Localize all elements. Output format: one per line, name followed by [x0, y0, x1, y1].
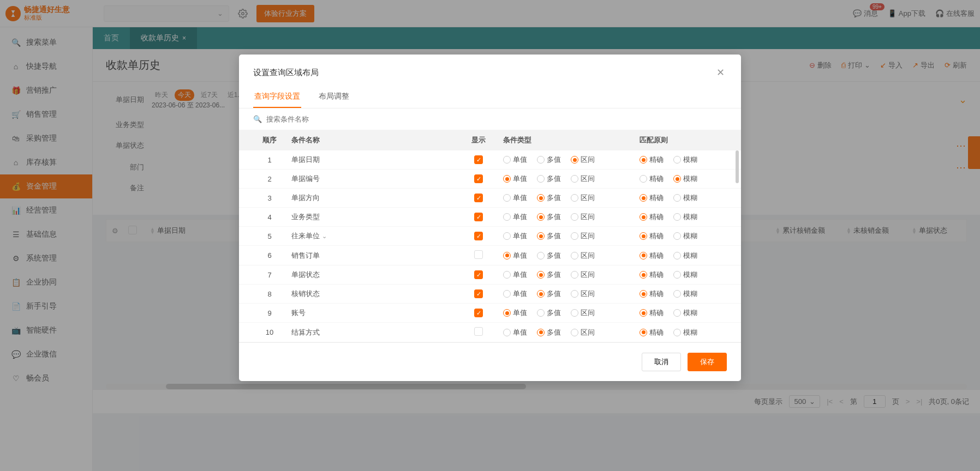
row-name: 往来单位⌄	[286, 231, 459, 241]
show-checkbox[interactable]: ✓	[474, 289, 483, 298]
radio-icon	[503, 309, 511, 317]
radio-match-exact[interactable]: 精确	[640, 251, 664, 261]
radio-match-exact[interactable]: 精确	[640, 270, 664, 280]
table-row: 4 业务类型 ✓ 单值 多值 区间 精确 模糊	[239, 208, 741, 227]
th-show: 显示	[459, 135, 498, 145]
radio-type-single[interactable]: 单值	[503, 193, 527, 203]
radio-match-fuzzy[interactable]: 模糊	[673, 193, 697, 203]
vertical-scrollbar[interactable]	[736, 150, 739, 183]
radio-icon	[640, 194, 647, 202]
radio-type-multi[interactable]: 多值	[537, 231, 561, 241]
chevron-down-icon[interactable]: ⌄	[322, 233, 327, 239]
radio-match-exact[interactable]: 精确	[640, 174, 664, 184]
radio-match-fuzzy[interactable]: 模糊	[673, 308, 697, 318]
radio-type-single[interactable]: 单值	[503, 328, 527, 337]
row-order: 6	[253, 251, 286, 259]
radio-type-multi[interactable]: 多值	[537, 251, 561, 261]
radio-type-single[interactable]: 单值	[503, 212, 527, 222]
radio-match-exact[interactable]: 精确	[640, 155, 664, 165]
radio-type-multi[interactable]: 多值	[537, 328, 561, 337]
show-checkbox[interactable]: ✓	[474, 213, 483, 221]
radio-type-range[interactable]: 区间	[571, 212, 595, 222]
radio-icon	[571, 329, 578, 336]
radio-match-exact[interactable]: 精确	[640, 231, 664, 241]
radio-match-fuzzy[interactable]: 模糊	[673, 212, 697, 222]
table-row: 1 单据日期 ✓ 单值 多值 区间 精确 模糊	[239, 150, 741, 170]
save-button[interactable]: 保存	[688, 353, 727, 371]
radio-type-range[interactable]: 区间	[571, 174, 595, 184]
radio-icon	[503, 213, 511, 221]
modal-title: 设置查询区域布局	[253, 68, 319, 78]
radio-icon	[640, 252, 647, 259]
show-checkbox[interactable]: ✓	[474, 270, 483, 279]
radio-type-single[interactable]: 单值	[503, 289, 527, 299]
radio-match-exact[interactable]: 精确	[640, 212, 664, 222]
table-row: 7 单据状态 ✓ 单值 多值 区间 精确 模糊	[239, 265, 741, 285]
radio-match-fuzzy[interactable]: 模糊	[673, 155, 697, 165]
radio-type-single[interactable]: 单值	[503, 231, 527, 241]
show-checkbox[interactable]: ✓	[474, 232, 483, 240]
radio-type-multi[interactable]: 多值	[537, 308, 561, 318]
radio-type-single[interactable]: 单值	[503, 308, 527, 318]
radio-type-single[interactable]: 单值	[503, 270, 527, 280]
radio-type-range[interactable]: 区间	[571, 328, 595, 337]
radio-type-multi[interactable]: 多值	[537, 155, 561, 165]
radio-type-range[interactable]: 区间	[571, 308, 595, 318]
radio-match-fuzzy[interactable]: 模糊	[673, 270, 697, 280]
show-checkbox[interactable]: ✓	[474, 174, 483, 183]
show-checkbox[interactable]: ✓	[474, 194, 483, 202]
tab-layout[interactable]: 布局调整	[318, 86, 350, 108]
radio-type-multi[interactable]: 多值	[537, 289, 561, 299]
row-name: 单据日期	[286, 155, 459, 165]
radio-icon	[537, 232, 545, 240]
radio-match-fuzzy[interactable]: 模糊	[673, 174, 697, 184]
radio-type-range[interactable]: 区间	[571, 289, 595, 299]
radio-match-exact[interactable]: 精确	[640, 193, 664, 203]
radio-match-exact[interactable]: 精确	[640, 328, 664, 337]
radio-type-multi[interactable]: 多值	[537, 174, 561, 184]
show-checkbox[interactable]: ✓	[474, 309, 483, 317]
radio-type-range[interactable]: 区间	[571, 251, 595, 261]
show-checkbox[interactable]	[474, 250, 483, 259]
radio-icon	[673, 252, 681, 259]
table-row: 9 账号 ✓ 单值 多值 区间 精确 模糊	[239, 304, 741, 323]
radio-type-single[interactable]: 单值	[503, 251, 527, 261]
radio-icon	[673, 175, 681, 183]
settings-modal: 设置查询区域布局 ✕ 查询字段设置 布局调整 🔍 顺序 条件名称 显示 条件类型…	[239, 55, 741, 381]
show-checkbox[interactable]: ✓	[474, 155, 483, 164]
radio-type-range[interactable]: 区间	[571, 270, 595, 280]
radio-type-range[interactable]: 区间	[571, 193, 595, 203]
table-row: 6 销售订单 单值 多值 区间 精确 模糊	[239, 246, 741, 265]
radio-icon	[571, 232, 578, 240]
radio-match-exact[interactable]: 精确	[640, 289, 664, 299]
row-name: 结算方式	[286, 328, 459, 337]
radio-type-multi[interactable]: 多值	[537, 270, 561, 280]
radio-match-fuzzy[interactable]: 模糊	[673, 251, 697, 261]
radio-icon	[537, 213, 545, 221]
radio-icon	[537, 194, 545, 202]
radio-icon	[537, 329, 545, 336]
modal-table-header: 顺序 条件名称 显示 条件类型 匹配原则	[239, 130, 741, 150]
radio-icon	[673, 309, 681, 317]
tab-fields[interactable]: 查询字段设置	[253, 86, 301, 108]
radio-match-fuzzy[interactable]: 模糊	[673, 231, 697, 241]
row-name: 单据方向	[286, 193, 459, 203]
show-checkbox[interactable]	[474, 327, 483, 336]
radio-type-range[interactable]: 区间	[571, 155, 595, 165]
radio-type-multi[interactable]: 多值	[537, 193, 561, 203]
radio-match-exact[interactable]: 精确	[640, 308, 664, 318]
radio-type-single[interactable]: 单值	[503, 155, 527, 165]
row-order: 3	[253, 194, 286, 202]
th-order: 顺序	[253, 135, 286, 145]
radio-icon	[640, 156, 647, 164]
radio-match-fuzzy[interactable]: 模糊	[673, 328, 697, 337]
radio-type-multi[interactable]: 多值	[537, 212, 561, 222]
radio-match-fuzzy[interactable]: 模糊	[673, 289, 697, 299]
cancel-button[interactable]: 取消	[642, 353, 681, 371]
radio-type-range[interactable]: 区间	[571, 231, 595, 241]
search-input[interactable]	[266, 115, 727, 123]
close-icon[interactable]: ✕	[714, 64, 727, 81]
th-type: 条件类型	[498, 135, 634, 145]
radio-icon	[503, 252, 511, 259]
radio-type-single[interactable]: 单值	[503, 174, 527, 184]
